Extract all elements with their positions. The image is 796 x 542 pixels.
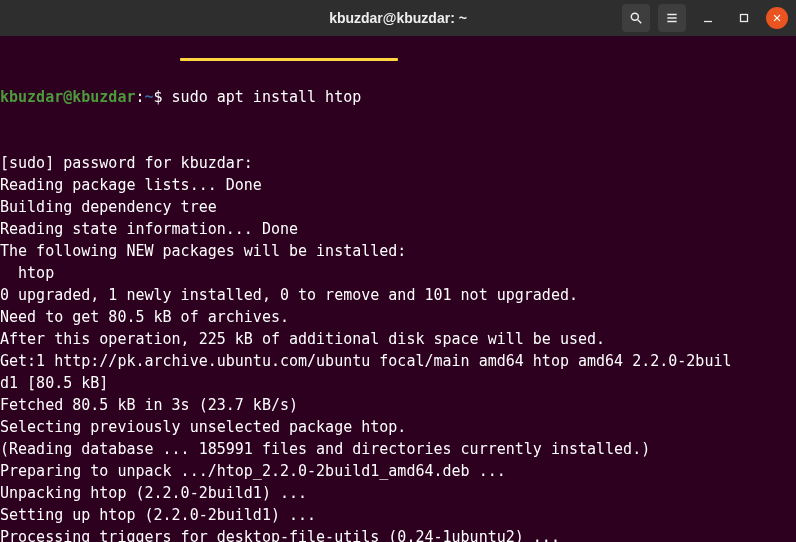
close-icon <box>772 13 782 23</box>
output-line: After this operation, 225 kB of addition… <box>0 328 796 350</box>
maximize-icon <box>738 12 750 24</box>
terminal-output: [sudo] password for kbuzdar:Reading pack… <box>0 152 796 542</box>
output-line: d1 [80.5 kB] <box>0 372 796 394</box>
output-line: Selecting previously unselected package … <box>0 416 796 438</box>
prompt-symbol: $ <box>154 88 163 106</box>
output-line: htop <box>0 262 796 284</box>
output-line: Need to get 80.5 kB of archives. <box>0 306 796 328</box>
output-line: The following NEW packages will be insta… <box>0 240 796 262</box>
highlight-underline-annotation <box>180 58 398 61</box>
prompt-line-1: kbuzdar@kbuzdar:~$ sudo apt install htop <box>0 86 796 108</box>
search-button[interactable] <box>622 4 650 32</box>
output-line: Preparing to unpack .../htop_2.2.0-2buil… <box>0 460 796 482</box>
entered-command: sudo apt install htop <box>163 88 362 106</box>
window-title: kbuzdar@kbuzdar: ~ <box>329 10 467 26</box>
window-titlebar: kbuzdar@kbuzdar: ~ <box>0 0 796 36</box>
minimize-button[interactable] <box>694 4 722 32</box>
output-line: (Reading database ... 185991 files and d… <box>0 438 796 460</box>
minimize-icon <box>702 12 714 24</box>
prompt-path: ~ <box>145 88 154 106</box>
hamburger-menu-button[interactable] <box>658 4 686 32</box>
svg-rect-6 <box>741 15 748 22</box>
prompt-separator: : <box>135 88 144 106</box>
search-icon <box>629 11 643 25</box>
output-line: Reading package lists... Done <box>0 174 796 196</box>
maximize-button[interactable] <box>730 4 758 32</box>
output-line: Get:1 http://pk.archive.ubuntu.com/ubunt… <box>0 350 796 372</box>
output-line: [sudo] password for kbuzdar: <box>0 152 796 174</box>
output-line: Reading state information... Done <box>0 218 796 240</box>
output-line: Setting up htop (2.2.0-2build1) ... <box>0 504 796 526</box>
output-line: Building dependency tree <box>0 196 796 218</box>
svg-point-0 <box>631 13 638 20</box>
close-button[interactable] <box>766 7 788 29</box>
prompt-user-host: kbuzdar@kbuzdar <box>0 88 135 106</box>
output-line: 0 upgraded, 1 newly installed, 0 to remo… <box>0 284 796 306</box>
hamburger-icon <box>665 11 679 25</box>
output-line: Unpacking htop (2.2.0-2build1) ... <box>0 482 796 504</box>
output-line: Processing triggers for desktop-file-uti… <box>0 526 796 542</box>
output-line: Fetched 80.5 kB in 3s (23.7 kB/s) <box>0 394 796 416</box>
terminal-area[interactable]: kbuzdar@kbuzdar:~$ sudo apt install htop… <box>0 36 796 542</box>
svg-line-1 <box>638 20 642 24</box>
